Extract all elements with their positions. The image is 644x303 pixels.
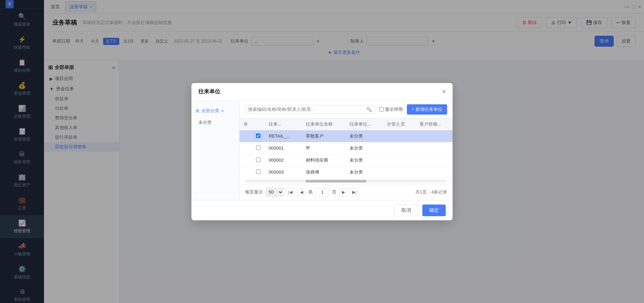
row-settings-cell	[240, 130, 252, 142]
dialog-table: ⚙ 往来... 往来单位名称 往来单位... 分管人员 客户价格...	[240, 118, 453, 178]
page-word: 页	[332, 189, 336, 195]
per-page-select[interactable]: 50 10 20 100	[266, 188, 284, 197]
dialog-title: 往来单位	[198, 88, 220, 95]
row-name-cell: 材料供应商	[302, 154, 345, 166]
row-name-cell: 零散客户	[302, 130, 345, 142]
dialog-category-panel: ⊞ 全部分类 « 未分类	[191, 101, 240, 200]
table-row[interactable]: RETAIL_... 零散客户 未分类	[240, 130, 453, 142]
table-row[interactable]: 000001 甲 未分类	[240, 142, 453, 154]
page-no-label: 第	[308, 189, 313, 195]
row-code-cell: RETAIL_...	[265, 130, 302, 142]
search-icon: 🔍	[366, 107, 372, 112]
grid-icon: ⊞	[196, 108, 199, 113]
th-manager[interactable]: 分管人员	[383, 118, 415, 130]
dialog-close-button[interactable]: ×	[442, 88, 446, 95]
row-check-cell[interactable]	[252, 142, 265, 154]
table-row[interactable]: 000002 材料供应商 未分类	[240, 154, 453, 166]
category-unclassified[interactable]: 未分类	[191, 117, 239, 128]
row-check-cell[interactable]	[252, 130, 265, 142]
next-page-btn[interactable]: ▶	[339, 188, 347, 196]
row-name-cell: 张师傅	[302, 166, 345, 178]
first-page-btn[interactable]: |◀	[286, 188, 295, 196]
dialog-body: ⊞ 全部分类 « 未分类 🔍 显示停	[191, 101, 453, 200]
table-row[interactable]: 000003 张师傅 未分类	[240, 166, 453, 178]
th-name[interactable]: 往来单位名称	[302, 118, 345, 130]
row-manager-cell	[383, 142, 415, 154]
th-code[interactable]: 往来...	[265, 118, 302, 130]
collapse-arrow-icon[interactable]: «	[221, 108, 224, 113]
dialog-pagination: 每页显示 50 10 20 100 |◀ ◀ 第 页 ▶ ▶| 共1页，4条记录	[240, 184, 453, 200]
row-check-cell[interactable]	[252, 154, 265, 166]
cancel-button[interactable]: 取消	[394, 205, 418, 216]
table-body: RETAIL_... 零散客户 未分类 000001 甲 未分类 000002 …	[240, 130, 453, 178]
show-disabled-input[interactable]	[379, 107, 384, 112]
row-price-cell	[415, 130, 453, 142]
dialog-footer: 取消 确定	[191, 200, 453, 220]
table-header-row: ⚙ 往来... 往来单位名称 往来单位... 分管人员 客户价格...	[240, 118, 453, 130]
row-manager-cell	[383, 154, 415, 166]
horizontal-scrollbar[interactable]	[245, 180, 447, 183]
dialog-toolbar: 🔍 显示停用 + 新增往来单位	[240, 101, 453, 118]
th-settings[interactable]: ⚙	[240, 118, 252, 130]
row-name-cell: 甲	[302, 142, 345, 154]
dialog-right-panel: 🔍 显示停用 + 新增往来单位 ⚙	[240, 101, 453, 200]
row-price-cell	[415, 166, 453, 178]
row-code-cell: 000003	[265, 166, 302, 178]
row-type-cell: 未分类	[345, 166, 382, 178]
th-type[interactable]: 往来单位...	[345, 118, 382, 130]
th-price[interactable]: 客户价格...	[415, 118, 453, 130]
partner-table: ⚙ 往来... 往来单位名称 往来单位... 分管人员 客户价格...	[240, 118, 453, 178]
row-code-cell: 000001	[265, 142, 302, 154]
show-disabled-checkbox[interactable]: 显示停用	[379, 106, 403, 113]
row-settings-cell	[240, 142, 252, 154]
row-price-cell	[415, 142, 453, 154]
row-manager-cell	[383, 166, 415, 178]
total-info: 共1页，4条记录	[415, 189, 447, 195]
row-type-cell: 未分类	[345, 142, 382, 154]
partner-search-input[interactable]	[248, 107, 364, 112]
row-type-cell: 未分类	[345, 130, 382, 142]
row-settings-cell	[240, 154, 252, 166]
row-price-cell	[415, 154, 453, 166]
scroll-thumb	[306, 180, 366, 183]
last-page-btn[interactable]: ▶|	[350, 188, 358, 196]
per-page-label: 每页显示	[245, 189, 263, 195]
dialog-overlay: 往来单位 × ⊞ 全部分类 « 未分类	[0, 0, 644, 303]
row-manager-cell	[383, 130, 415, 142]
confirm-button[interactable]: 确定	[422, 205, 446, 216]
prev-page-btn[interactable]: ◀	[297, 188, 306, 196]
category-all[interactable]: ⊞ 全部分类 «	[191, 105, 239, 117]
add-partner-button[interactable]: + 新增往来单位	[407, 104, 447, 115]
dialog-header: 往来单位 ×	[191, 83, 453, 101]
row-settings-cell	[240, 166, 252, 178]
th-check	[252, 118, 265, 130]
partner-dialog: 往来单位 × ⊞ 全部分类 « 未分类	[191, 83, 453, 220]
row-code-cell: 000002	[265, 154, 302, 166]
search-box: 🔍	[245, 105, 375, 114]
row-check-cell[interactable]	[252, 166, 265, 178]
row-type-cell: 未分类	[345, 154, 382, 166]
current-page-input[interactable]	[315, 188, 329, 196]
